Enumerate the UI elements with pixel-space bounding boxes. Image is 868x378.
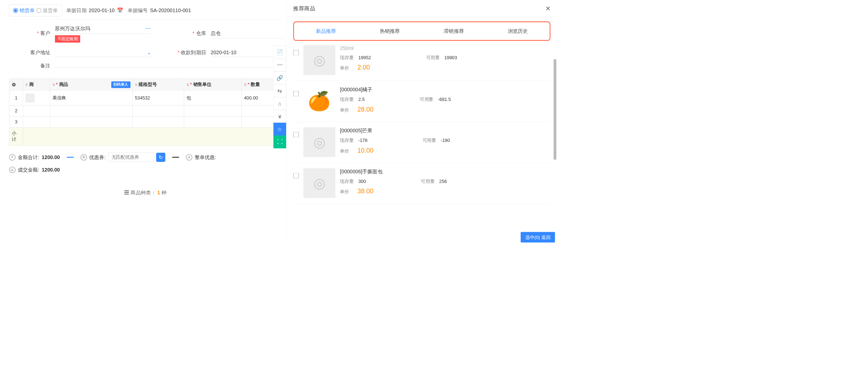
recommend-tabs: 新品推荐 热销推荐 滞销推荐 浏览历史 bbox=[293, 21, 550, 41]
docno-value: SA-20200110-001 bbox=[150, 7, 191, 14]
order-type-tabs: 销货单 退货单 单据日期 2020-01-10 📅 单据编号 SA-202001… bbox=[9, 5, 282, 20]
line-items-table: ⚙ ⇅商 ⇅* 商品扫码录入 ⇅规格型号 ⇅* 销售单位 ⇅* 数量 1 果倍爽… bbox=[9, 78, 282, 145]
side-toolbar: 📄 〰 🔗 ⇆ ⌂ ¥ ☆ ⛶ bbox=[274, 46, 286, 148]
recommend-title: 推荐商品 bbox=[293, 5, 315, 12]
deal-value: 1200.00 bbox=[42, 167, 60, 173]
amount-label: 金额合计: bbox=[18, 154, 39, 160]
cell-unit[interactable]: 包 bbox=[184, 91, 241, 106]
currency-icon[interactable]: ¥ bbox=[274, 110, 286, 123]
product-item: 🍊 [0000004]橘子 现存量2.5 可用量-681.5 单价28.00 bbox=[293, 81, 550, 122]
scan-input-button[interactable]: 扫码录入 bbox=[111, 81, 131, 88]
product-name: 250ml bbox=[340, 45, 550, 51]
convert-icon[interactable]: ⇆ bbox=[274, 84, 286, 97]
date-value[interactable]: 2020-01-10 bbox=[89, 7, 114, 14]
col-product[interactable]: ⇅* 商品扫码录入 bbox=[50, 79, 132, 91]
tab-new[interactable]: 新品推荐 bbox=[294, 22, 358, 40]
product-list[interactable]: ◎ 250ml 现存量19952 可用量19903 单价2.00 🍊 [0000… bbox=[286, 45, 557, 242]
product-checkbox[interactable] bbox=[293, 132, 298, 137]
stock-value: 2.5 bbox=[358, 97, 365, 102]
tab-return-order[interactable]: 退货单 bbox=[36, 7, 58, 14]
expand-icon[interactable]: ⛶ bbox=[274, 136, 286, 148]
product-name: [0000004]橘子 bbox=[340, 86, 550, 93]
discount-icon: ⊘ bbox=[186, 154, 192, 160]
yen-icon: ¥ bbox=[9, 154, 16, 160]
due-value: 2020-01-10 bbox=[211, 50, 236, 56]
category-count: 1 bbox=[157, 190, 160, 195]
stock-value: -178 bbox=[358, 138, 368, 143]
due-label: 收款到期日 bbox=[151, 49, 211, 56]
radio-unchecked-icon bbox=[36, 8, 41, 13]
sort-icon: ⇅ bbox=[135, 83, 138, 87]
docno-label: 单据编号 bbox=[128, 7, 148, 14]
customer-select[interactable]: 苏州万达沃尔玛 ··· bbox=[55, 24, 151, 34]
star-icon[interactable]: ☆ bbox=[274, 123, 286, 136]
radio-checked-icon bbox=[13, 8, 18, 13]
coupon-label: 优惠券: bbox=[89, 154, 106, 160]
remark-label: 备注 bbox=[9, 62, 55, 69]
table-row[interactable]: 3 bbox=[9, 116, 281, 127]
link-icon[interactable]: 🔗 bbox=[274, 71, 286, 84]
subtotal-row: 小计 bbox=[9, 127, 281, 145]
close-icon[interactable]: ✕ bbox=[545, 5, 551, 12]
customer-label: 客户 bbox=[9, 30, 55, 37]
calendar-icon[interactable]: 📅 bbox=[117, 7, 123, 14]
product-thumb bbox=[25, 93, 35, 103]
col-unit[interactable]: ⇅* 销售单位 bbox=[184, 79, 241, 91]
cell-spec[interactable]: 534532 bbox=[132, 91, 184, 106]
avail-value: -681.5 bbox=[438, 97, 451, 102]
tab-sales-order[interactable]: 销货单 bbox=[13, 7, 35, 14]
account-period-badge: 不固定账期 bbox=[55, 35, 80, 43]
scrollbar-thumb[interactable] bbox=[553, 59, 556, 160]
coupon-icon: 券 bbox=[81, 154, 87, 160]
product-item: ◎ 250ml 现存量19952 可用量19903 单价2.00 bbox=[293, 45, 550, 81]
customer-value: 苏州万达沃尔玛 bbox=[55, 25, 90, 32]
sort-icon: ⇅ bbox=[187, 83, 189, 87]
stock-value: 19952 bbox=[358, 55, 371, 60]
ellipsis-icon[interactable]: ··· bbox=[145, 26, 151, 32]
product-checkbox[interactable] bbox=[293, 173, 298, 178]
warehouse-select[interactable]: 总仓 bbox=[211, 29, 284, 39]
product-checkbox[interactable] bbox=[293, 91, 298, 96]
tab-slow[interactable]: 滞销推荐 bbox=[422, 22, 486, 40]
coupon-input[interactable] bbox=[108, 153, 154, 162]
tab-history[interactable]: 浏览历史 bbox=[486, 22, 550, 40]
product-checkbox[interactable] bbox=[293, 50, 298, 55]
cell-product-name[interactable]: 果倍爽 bbox=[50, 91, 132, 106]
chevron-down-icon: ⌄ bbox=[147, 50, 151, 56]
selected-return-button[interactable]: 选中(0) 返回 bbox=[521, 232, 555, 242]
product-item: ◎ [0000005]芒果 现存量-178 可用量-190 单价10.00 bbox=[293, 122, 550, 163]
category-summary: ☰ 商品种类： 1 种 bbox=[9, 189, 282, 196]
product-image: ◎ bbox=[303, 127, 336, 157]
col-merchant[interactable]: ⇅商 bbox=[23, 79, 50, 91]
avail-value: 256 bbox=[439, 179, 447, 184]
gear-icon: ⚙ bbox=[12, 82, 16, 87]
amount-value: 1200.00 bbox=[42, 154, 60, 160]
col-spec[interactable]: ⇅规格型号 bbox=[132, 79, 184, 91]
remark-input[interactable] bbox=[55, 65, 284, 67]
product-name: [0000005]芒果 bbox=[340, 127, 550, 134]
list-icon: ☰ bbox=[124, 190, 131, 195]
refresh-button[interactable]: ↻ bbox=[156, 153, 165, 162]
filter-icon[interactable]: ⌂ bbox=[274, 97, 286, 110]
note-icon[interactable]: 📄 bbox=[274, 46, 286, 58]
stock-value: 300 bbox=[358, 179, 366, 184]
product-item: ◎ [0000006]手撕面包 现存量300 可用量256 单价38.00 bbox=[293, 163, 550, 204]
table-row[interactable]: 2 bbox=[9, 106, 281, 117]
deal-icon: ⊛ bbox=[9, 167, 16, 173]
address-select[interactable]: ⌄ bbox=[55, 48, 151, 57]
whole-discount-label: 整单优惠: bbox=[195, 154, 216, 160]
tab-return-label: 退货单 bbox=[43, 7, 58, 14]
sort-icon: ⇅ bbox=[52, 83, 55, 87]
price-value: 28.00 bbox=[357, 106, 373, 113]
product-image: 🍊 bbox=[303, 86, 336, 116]
tab-hot[interactable]: 热销推荐 bbox=[358, 22, 422, 40]
sort-icon: ⇅ bbox=[244, 83, 247, 87]
subtotal-label: 小计 bbox=[9, 127, 23, 145]
table-row[interactable]: 1 果倍爽 534532 包 400.00 bbox=[9, 91, 281, 106]
gear-column[interactable]: ⚙ bbox=[9, 79, 23, 91]
chart-icon[interactable]: 〰 bbox=[274, 58, 286, 71]
deal-label: 成交金额: bbox=[18, 167, 39, 173]
due-input[interactable]: 2020-01-10 bbox=[211, 48, 284, 57]
product-name: [0000006]手撕面包 bbox=[340, 168, 550, 175]
dash-icon bbox=[172, 157, 179, 158]
